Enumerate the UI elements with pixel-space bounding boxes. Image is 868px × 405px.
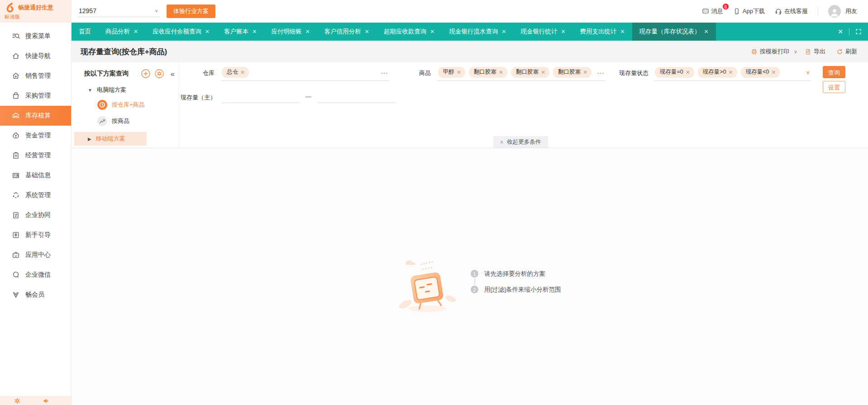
tag-close-icon[interactable]: ✕ <box>686 69 690 75</box>
tab-overdue-ar[interactable]: 超期应收款查询 ✕ <box>377 23 442 41</box>
settings-button[interactable]: 设置 <box>823 81 845 93</box>
tab-customer-credit[interactable]: 客户信用分析 ✕ <box>317 23 377 41</box>
tag-close-icon[interactable]: ✕ <box>771 69 776 75</box>
scheme-panel-title: 按以下方案查询 <box>84 70 129 78</box>
tab-home[interactable]: 首页 <box>72 23 98 41</box>
scheme-item-warehouse-product[interactable]: 按仓库+商品 <box>72 97 178 113</box>
tab-close-icon[interactable]: ✕ <box>620 28 625 35</box>
tab-close-icon[interactable]: ✕ <box>430 28 434 35</box>
sidebar-item-funds[interactable]: 资金管理 <box>0 126 71 146</box>
clipboard-icon <box>12 151 20 160</box>
filter-tag: 总仓 ✕ <box>222 67 249 78</box>
scheme-panel: 按以下方案查询 « ▼ 电脑端方案 <box>72 62 179 148</box>
sidebar-item-wechat[interactable]: 企业微信 <box>0 265 71 285</box>
collapse-more-conditions[interactable]: « 收起更多条件 <box>493 136 548 148</box>
scheme-settings-icon[interactable] <box>154 69 164 79</box>
more-icon[interactable]: ··· <box>597 69 605 76</box>
tab-close-icon[interactable]: ✕ <box>704 28 709 35</box>
query-button[interactable]: 查询 <box>823 66 845 78</box>
tab-close-icon[interactable]: ✕ <box>134 28 138 35</box>
add-scheme-icon[interactable] <box>141 69 151 79</box>
stock-range-max-input[interactable] <box>318 91 396 103</box>
fullscreen-icon[interactable] <box>855 28 862 35</box>
app-root: 畅捷通好生意 标准版 搜索菜单 快捷导航 <box>0 0 868 405</box>
tab-close-icon[interactable]: ✕ <box>252 28 257 35</box>
tab-stock-on-hand[interactable]: 现存量（库存状况表） ✕ <box>632 23 716 41</box>
export-button[interactable]: 导出 <box>805 47 825 56</box>
gear-icon[interactable] <box>14 397 21 405</box>
search-icon <box>12 32 20 40</box>
main-content: 1 请先选择要分析的方案 2 用[过滤]条件来缩小分析范围 <box>72 149 868 405</box>
trial-solution-button[interactable]: 体验行业方案 <box>167 5 215 18</box>
chevron-down-icon[interactable]: ∨ <box>794 49 797 55</box>
clock-scheme-icon <box>97 99 108 110</box>
sidebar-item-base-info[interactable]: 基础信息 <box>0 165 71 185</box>
tab-close-icon[interactable]: ✕ <box>561 28 565 35</box>
scheme-item-product[interactable]: 按商品 <box>72 113 178 129</box>
tag-close-icon[interactable]: ✕ <box>457 69 461 75</box>
tree-group-mobile[interactable]: ▶ 移动端方案 <box>74 132 147 146</box>
sidebar-item-guide[interactable]: 新手引导 <box>0 225 71 245</box>
step-1: 1 请先选择要分析的方案 <box>471 270 561 278</box>
app-download-button[interactable]: App下载 <box>733 7 765 15</box>
tab-cash-bank-stats[interactable]: 现金银行统计 ✕ <box>513 23 572 41</box>
print-by-template-button[interactable]: 按模板打印 <box>751 47 789 56</box>
tab-ar-ap-balance[interactable]: 应收应付余额查询 ✕ <box>145 23 217 41</box>
topbar: 12957 ∨ 体验行业方案 消息 6 App下载 <box>72 0 868 23</box>
user-name[interactable]: 用友 <box>845 7 857 15</box>
sidebar-menu: 搜索菜单 快捷导航 销售管理 <box>0 23 71 305</box>
online-service-button[interactable]: 在线客服 <box>775 7 808 15</box>
tab-expense-stats[interactable]: 费用支出统计 ✕ <box>573 23 632 41</box>
more-icon[interactable]: ··· <box>381 69 388 76</box>
messages-label: 消息 <box>711 7 723 15</box>
tabbar-right: ✕ <box>838 23 868 41</box>
sidebar-item-label: 经营管理 <box>25 151 51 160</box>
tag-close-icon[interactable]: ✕ <box>499 69 503 75</box>
account-select[interactable]: 12957 ∨ <box>78 6 160 17</box>
tab-cash-bank-flow[interactable]: 现金银行流水查询 ✕ <box>442 23 513 41</box>
chevron-down-icon[interactable]: ∨ <box>806 70 810 75</box>
sidebar-item-member[interactable]: 畅会员 <box>0 285 71 305</box>
sidebar-item-collaboration[interactable]: 企业协同 <box>0 205 71 225</box>
brand-name: 畅捷通好生意 <box>18 4 53 12</box>
close-icon[interactable]: ✕ <box>838 28 843 35</box>
stock-status-select[interactable]: 现存量=0 ✕ 现存量>0 ✕ 现存量<0 ✕ ∨ <box>654 67 811 81</box>
tab-close-icon[interactable]: ✕ <box>365 28 369 35</box>
sidebar-item-app-center[interactable]: 应用中心 <box>0 245 71 265</box>
step-number-badge: 2 <box>471 286 478 293</box>
tab-close-icon[interactable]: ✕ <box>501 28 506 35</box>
sidebar-item-operations[interactable]: 经营管理 <box>0 146 71 165</box>
collapse-panel-icon[interactable]: « <box>171 70 175 78</box>
sidebar-item-label: 采购管理 <box>25 92 51 100</box>
sidebar-item-label: 企业协同 <box>25 211 51 219</box>
tab-ap-detail[interactable]: 应付明细账 ✕ <box>264 23 317 41</box>
tag-close-icon[interactable]: ✕ <box>240 69 245 75</box>
wechat-icon <box>12 271 20 279</box>
tab-close-icon[interactable]: ✕ <box>205 28 210 35</box>
messages-button[interactable]: 消息 6 <box>702 7 723 15</box>
tag-close-icon[interactable]: ✕ <box>729 69 733 75</box>
tab-close-icon[interactable]: ✕ <box>305 28 310 35</box>
tag-close-icon[interactable]: ✕ <box>541 69 545 75</box>
tree-group-pc[interactable]: ▼ 电脑端方案 <box>72 83 178 97</box>
sidebar-item-purchase[interactable]: 采购管理 <box>0 86 71 106</box>
sidebar-item-system[interactable]: 系统管理 <box>0 185 71 205</box>
empty-steps: 1 请先选择要分析的方案 2 用[过滤]条件来缩小分析范围 <box>471 270 561 294</box>
sidebar-item-quick-nav[interactable]: 快捷导航 <box>0 46 71 66</box>
refresh-button[interactable]: 刷新 <box>836 47 857 56</box>
warehouse-input[interactable]: 总仓 ✕ ··· <box>221 67 389 81</box>
avatar[interactable] <box>828 5 841 18</box>
sidebar-item-label: 系统管理 <box>25 191 51 199</box>
tab-customer-ledger[interactable]: 客户账本 ✕ <box>217 23 264 41</box>
sidebar-item-search-menu[interactable]: 搜索菜单 <box>0 26 71 46</box>
sidebar-item-inventory[interactable]: 库存核算 <box>0 106 71 126</box>
sidebar-footer <box>0 396 71 405</box>
sidebar-item-sales[interactable]: 销售管理 <box>0 66 71 86</box>
tab-product-analysis[interactable]: 商品分析 ✕ <box>98 23 145 41</box>
tag-close-icon[interactable]: ✕ <box>583 69 587 75</box>
speaker-icon[interactable] <box>43 397 50 405</box>
product-input[interactable]: 甲醇 ✕ 翻口胶塞 ✕ 翻口胶塞 ✕ 翻口胶塞 ✕ ··· <box>437 67 606 81</box>
sidebar-item-label: 基础信息 <box>25 171 51 179</box>
sidebar-item-label: 销售管理 <box>25 72 51 80</box>
stock-range-min-input[interactable] <box>221 91 299 103</box>
